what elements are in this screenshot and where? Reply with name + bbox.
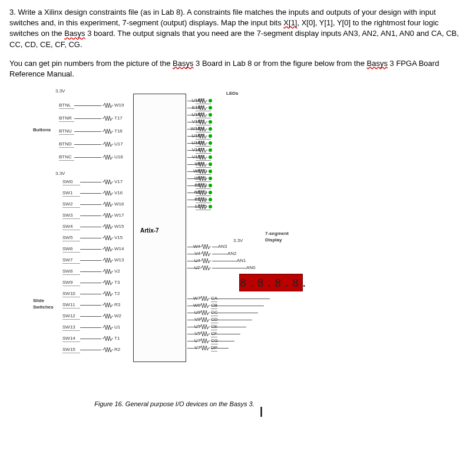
switch-row: SW12W2 <box>62 313 121 320</box>
led-row: U16LD0 <box>187 97 212 104</box>
segment-row: U8CC <box>187 309 258 316</box>
board-name: Basys <box>367 59 388 68</box>
sevenseg-label: 7-segment Display <box>265 230 289 243</box>
button-row: BTNDU17 <box>59 141 123 148</box>
switch-row: SW1V16 <box>62 190 123 197</box>
led-row: V14LD7 <box>187 147 212 153</box>
button-row: BTNLW19 <box>59 102 124 109</box>
button-row: BTNRT17 <box>59 115 123 122</box>
led-row: P1LD14 <box>187 196 212 203</box>
led-row: W3LD10 <box>187 168 212 174</box>
led-row: U3LD11 <box>187 175 212 181</box>
leds-label: LEDs <box>226 90 238 97</box>
segment-row: V8CD <box>187 316 252 323</box>
led-row: U14LD6 <box>187 140 212 146</box>
segment-row: U5CE <box>187 323 246 330</box>
board-name: Basys <box>173 59 193 68</box>
led-row: V13LD8 <box>187 154 212 160</box>
slide-switches-label: Slide Switches <box>33 297 54 310</box>
text-cursor: | <box>260 404 263 419</box>
artix-label: Artix-7 <box>140 227 159 235</box>
switch-row: SW6W14 <box>62 246 124 253</box>
segment-row: W6CB <box>187 302 264 309</box>
segment-row: V5CF <box>187 330 240 337</box>
led-row: V19LD3 <box>187 118 212 125</box>
switch-row: SW15R2 <box>62 346 120 353</box>
switch-row: SW5V15 <box>62 234 123 241</box>
segment-row: V7DP <box>187 344 229 351</box>
v33-label: 3.3V <box>55 88 65 94</box>
led-row: L1LD15 <box>187 203 212 210</box>
switch-row: SW4W15 <box>62 223 124 230</box>
switch-row: SW9T3 <box>62 279 120 286</box>
switch-row: SW2W16 <box>62 201 124 208</box>
anode-row: W4AN3 <box>187 243 218 250</box>
switch-row: SW14T1 <box>62 335 120 342</box>
buttons-label: Buttons <box>33 127 51 133</box>
led-row: E19LD1 <box>187 104 212 111</box>
switch-row: SW10T2 <box>62 290 120 297</box>
pinout-figure: Artix-7 3.3V Buttons BTNLW19BTNRT17BTNUT… <box>39 88 345 417</box>
led-row: U19LD2 <box>187 111 212 118</box>
switch-row: SW3W17 <box>62 212 124 219</box>
led-row: V3LD9 <box>187 161 212 167</box>
figure-caption: Figure 16. General purpose I/O devices o… <box>62 400 286 409</box>
button-row: BTNUT18 <box>59 128 123 135</box>
anode-row: U2AN0 <box>187 264 246 271</box>
segment-row: U7CG <box>187 337 234 344</box>
led-row: P3LD12 <box>187 182 212 188</box>
v33-seg: 3.3V <box>233 237 243 244</box>
switch-row: SW7W13 <box>62 257 124 264</box>
led-row: U15LD5 <box>187 132 212 139</box>
button-row: BTNCU18 <box>59 154 123 161</box>
anode-row: V4AN2 <box>187 250 227 257</box>
question-para-2: You can get pin numbers from the picture… <box>9 58 467 79</box>
question-para-1: 3. Write a Xilinx design constraints fil… <box>9 7 467 50</box>
board-name: Basys <box>64 29 85 38</box>
switch-row: SW8V2 <box>62 268 120 275</box>
v33-label-mid: 3.3V <box>55 170 65 177</box>
segment-row: W7CA <box>187 295 270 301</box>
switch-row: SW13U1 <box>62 324 120 331</box>
led-row: W18LD4 <box>187 125 212 132</box>
question-number: 3. <box>9 8 16 16</box>
seven-segment-display: 8.8.8.8. <box>239 274 303 291</box>
switch-row: SW11R3 <box>62 301 120 309</box>
led-row: N3LD13 <box>187 189 212 195</box>
switch-row: SW0V17 <box>62 178 123 185</box>
anode-row: U4AN1 <box>187 257 237 264</box>
